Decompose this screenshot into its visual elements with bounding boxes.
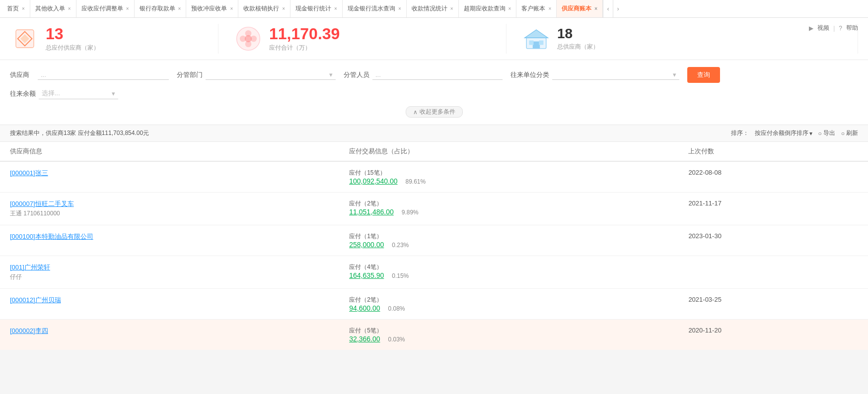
supplier-name-link[interactable]: [000002]李四 (10, 327, 48, 334)
stat-block-payable-total: 11,170.39 应付合计（万） (218, 24, 506, 54)
amount-cell: 应付（4笔）164,635.900.15% (349, 263, 688, 279)
nav-tab-10[interactable]: 客户账本 × (516, 0, 557, 17)
amount-percent: 9.89% (402, 209, 419, 216)
nav-tab-3[interactable]: 银行存取款单 × (135, 0, 187, 17)
close-icon[interactable]: × (334, 6, 337, 11)
nav-tab-6[interactable]: 现金银行统计 × (290, 0, 343, 17)
help-link[interactable]: 帮助 (846, 24, 858, 32)
supplier-input-wrapper[interactable]: ... (38, 70, 169, 80)
amount-value[interactable]: 94,600.00 (349, 304, 380, 312)
stat-label-payable-total: 应付合计（万） (269, 44, 340, 52)
chevron-down-icon-2: ▾ (673, 71, 676, 78)
close-icon[interactable]: × (178, 6, 181, 11)
nav-tab-4[interactable]: 预收冲应收单 × (186, 0, 238, 17)
result-bar: 搜索结果中，供应商13家 应付金额111,703,854.00元 排序： 按应付… (0, 125, 868, 142)
collapse-button[interactable]: ∧ 收起更多条件 (406, 106, 463, 118)
nav-tab-1[interactable]: 其他收入单 × (30, 0, 76, 17)
close-icon[interactable]: × (230, 6, 233, 11)
nav-tab-11[interactable]: 供应商账本 × (557, 0, 603, 17)
amount-label: 应付（1笔） (349, 232, 688, 241)
supplier-sub-info: 王通 17106110000 (10, 209, 349, 218)
nav-tab-7[interactable]: 现金银行流水查询 × (343, 0, 407, 17)
amount-percent: 0.15% (392, 272, 409, 279)
balance-placeholder: 选择... (42, 89, 112, 98)
filter-balance: 往来余额 选择... ▾ (10, 88, 149, 99)
filter-row-1: 供应商 ... 分管部门 ▾ 分管人员 ... 往来单位分类 ▾ 查询 (10, 67, 858, 83)
filter-row-2: 往来余额 选择... ▾ (10, 88, 858, 99)
close-icon[interactable]: × (398, 6, 401, 11)
close-icon[interactable]: × (594, 6, 597, 11)
amount-label: 应付（4笔） (349, 263, 688, 271)
nav-tab-8[interactable]: 收款情况统计 × (407, 0, 459, 17)
filter-person: 分管人员 ... (344, 70, 503, 80)
nav-tab-5[interactable]: 收款核销执行 × (238, 0, 290, 17)
supplier-info-cell: [000001]张三 (10, 169, 349, 178)
amount-value[interactable]: 258,000.00 (349, 241, 384, 249)
nav-tab-2[interactable]: 应收应付调整单 × (76, 0, 135, 17)
table-row: [001]广州荣轩仔仔应付（4笔）164,635.900.15% (0, 256, 868, 289)
svg-marker-10 (525, 30, 548, 38)
nav-tab-9[interactable]: 超期应收款查询 × (459, 0, 517, 17)
stat-text-suppliers-payable: 13 总应付供应商（家） (46, 26, 99, 52)
person-dots: ... (375, 71, 500, 78)
nav-tab-home[interactable]: 首页 × (2, 0, 30, 17)
amount-value[interactable]: 11,051,486.00 (349, 208, 394, 216)
supplier-name-link[interactable]: [000007]恒旺二手叉车 (10, 200, 74, 207)
stat-text-payable-total: 11,170.39 应付合计（万） (269, 26, 340, 52)
table-row: [000001]张三应付（15笔）100,092,540.0089.61%202… (0, 162, 868, 193)
table-row: [000002]李四应付（5笔）32,366.000.03%2020-11-20 (0, 320, 868, 350)
svg-rect-13 (539, 41, 543, 45)
filter-supplier: 供应商 ... (10, 70, 169, 80)
play-icon: ▶ (809, 25, 813, 32)
last-payment-cell: 2022-08-08 (688, 169, 858, 176)
svg-point-8 (245, 35, 252, 42)
supplier-info-cell: [000012]广州贝瑞 (10, 296, 349, 305)
table-header: 供应商信息 应付交易信息（占比） 上次付数 (0, 142, 868, 162)
balance-select-wrapper[interactable]: 选择... ▾ (39, 88, 118, 99)
close-icon[interactable]: × (548, 6, 551, 11)
nav-right-arrow[interactable]: › (613, 0, 623, 17)
person-input-wrapper[interactable]: ... (372, 70, 503, 80)
close-icon[interactable]: × (22, 6, 25, 11)
close-icon[interactable]: × (68, 6, 71, 11)
unit-select-wrapper[interactable]: ▾ (552, 70, 679, 80)
amount-value[interactable]: 100,092,540.00 (349, 177, 397, 185)
amount-cell: 应付（1笔）258,000.000.23% (349, 232, 688, 249)
main-table: 供应商信息 应付交易信息（占比） 上次付数 [000001]张三应付（15笔）1… (0, 142, 868, 350)
amount-percent: 0.08% (388, 305, 405, 312)
close-icon[interactable]: × (508, 6, 511, 11)
supplier-name-link[interactable]: [000001]张三 (10, 169, 48, 177)
close-icon[interactable]: × (126, 6, 129, 11)
result-bar-right: 排序： 按应付余额倒序排序 ▾ ○ 导出 ○ 刷新 (731, 129, 859, 137)
store-icon (521, 24, 551, 54)
chevron-down-icon: ▾ (329, 71, 333, 78)
query-button[interactable]: 查询 (687, 67, 720, 83)
amount-label: 应付（5笔） (349, 327, 688, 335)
close-icon[interactable]: × (450, 6, 453, 11)
last-payment-cell: 2021-11-17 (688, 199, 858, 207)
amount-value[interactable]: 164,635.90 (349, 271, 384, 279)
amount-label: 应付（2笔） (349, 296, 688, 304)
refresh-icon: ○ (841, 130, 845, 137)
video-link[interactable]: 视频 (817, 24, 829, 32)
col-header-supplier: 供应商信息 (10, 147, 349, 156)
stats-header: 13 总应付供应商（家） 11,170.39 应付合计（万） (0, 18, 868, 60)
supplier-info-cell: [000100]本特勤油品有限公司 (10, 232, 349, 241)
amount-label: 应付（15笔） (349, 169, 688, 177)
supplier-name-link[interactable]: [000012]广州贝瑞 (10, 296, 61, 304)
export-button[interactable]: ○ 导出 (818, 129, 835, 137)
balance-filter-label: 往来余额 (10, 89, 36, 98)
supplier-info-cell: [000002]李四 (10, 327, 349, 335)
nav-left-arrow[interactable]: ‹ (603, 0, 613, 17)
col-header-last-payment: 上次付数 (688, 147, 858, 156)
supplier-name-link[interactable]: [000100]本特勤油品有限公司 (10, 233, 93, 240)
close-icon[interactable]: × (282, 6, 285, 11)
amount-value[interactable]: 32,366.00 (349, 335, 380, 343)
sort-select[interactable]: 按应付余额倒序排序 ▾ (755, 129, 812, 137)
amount-cell: 应付（15笔）100,092,540.0089.61% (349, 169, 688, 185)
dept-select-wrapper[interactable]: ▾ (206, 70, 336, 80)
supplier-name-link[interactable]: [001]广州荣轩 (10, 263, 50, 271)
refresh-button[interactable]: ○ 刷新 (841, 129, 858, 137)
stat-label-total-suppliers: 总供应商（家） (557, 43, 599, 51)
export-icon: ○ (818, 130, 822, 137)
